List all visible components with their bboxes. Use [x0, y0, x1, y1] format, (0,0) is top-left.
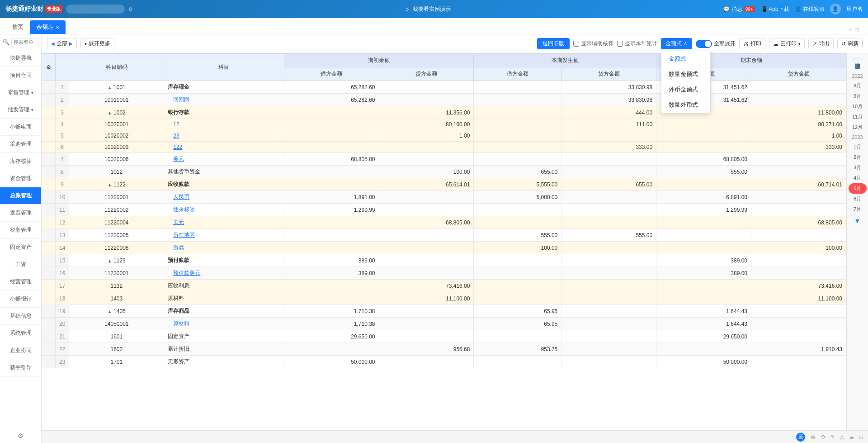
row-subject-cell[interactable]: 预付款美元	[164, 267, 284, 280]
username[interactable]: 用户名	[846, 5, 863, 13]
sidebar-item-retail[interactable]: 零售管理 ▾	[0, 84, 41, 101]
table-row[interactable]: 20 14050001 原材料 1,710.38 65.95 1,644.43	[42, 318, 846, 330]
table-row[interactable]: 1 ▲ 1001 库存现金 65,282.60 33,830.98 31,451…	[42, 81, 846, 94]
period-up-btn[interactable]: ▲	[854, 62, 862, 71]
row-subject-cell[interactable]: 12	[164, 119, 284, 130]
show-auxiliary-check[interactable]: 显示辅助核算	[573, 40, 613, 48]
sidebar-item-purchase[interactable]: 采购管理	[0, 136, 41, 153]
tab-balance[interactable]: 余额表 ✕	[30, 20, 66, 34]
row-subject-cell[interactable]: 23	[164, 130, 284, 142]
sidebar-item-ledger[interactable]: 总账管理	[0, 187, 41, 205]
table-row[interactable]: 22 1602 累计折旧 956.68 953.75 1,910.43	[42, 343, 846, 356]
sidebar-item-wholesale[interactable]: 批发管理 ▾	[0, 101, 41, 119]
dropdown-item-qty-foreign[interactable]: 数量外币式	[661, 97, 710, 113]
sidebar-item-ecommerce[interactable]: 小畅电商	[0, 119, 41, 136]
dropdown-item-foreign-amount[interactable]: 外币金额式	[661, 82, 710, 97]
period-10[interactable]: 10月	[849, 101, 867, 112]
row-subject-cell[interactable]: 往来标签	[164, 204, 284, 216]
status-square[interactable]: □	[859, 434, 863, 440]
row-subject-cell[interactable]: 美元	[164, 153, 284, 166]
table-row[interactable]: 23 1701 无形资产 50,000.00 50,000.00	[42, 356, 846, 368]
table-row[interactable]: 8 1012 其他货币资金 100.00 655.00 555.00	[42, 166, 846, 178]
period-5[interactable]: 5月	[849, 183, 867, 194]
col-settings[interactable]: ⚙	[42, 54, 56, 81]
period-2[interactable]: 2月	[849, 152, 867, 162]
period-12[interactable]: 12月	[849, 122, 867, 133]
table-row[interactable]: 9 ▲ 1122 应收账款 65,614.01 5,555.00 655.00 …	[42, 178, 846, 191]
show-yearly-check[interactable]: 显示本年累计	[617, 40, 657, 48]
export-btn[interactable]: ↗ 导出	[808, 38, 834, 49]
mode-btn[interactable]: 金额式 ∧	[661, 38, 692, 49]
table-wrapper[interactable]: ⚙ 科目编码 科目 期初余额	[42, 53, 846, 430]
sidebar-item-assets[interactable]: 固定资产	[0, 239, 41, 256]
table-row[interactable]: 21 1601 固定资产 29,650.00 29,650.00	[42, 330, 846, 343]
period-3[interactable]: 3月	[849, 162, 867, 173]
status-cloud[interactable]: ☁	[849, 434, 854, 440]
period-8[interactable]: 8月	[849, 81, 867, 91]
settings-icon[interactable]: ⚙	[128, 6, 133, 12]
row-subject-cell[interactable]: 回回回	[164, 94, 284, 106]
table-row[interactable]: 10 11220001 人民币 1,891.00 5,000.00 6,891.…	[42, 191, 846, 204]
table-row[interactable]: 4 10020001 12 80,160.00 111.00 80,271.00	[42, 119, 846, 130]
table-row[interactable]: 6 10020003 122 333.00 333.00	[42, 142, 846, 153]
tab-home[interactable]: 首页	[5, 20, 30, 34]
status-at[interactable]: 至	[796, 433, 805, 442]
row-subject-cell[interactable]: 游戏	[164, 242, 284, 254]
period-down-btn[interactable]: ▼	[854, 216, 862, 225]
all-filter[interactable]: ◀ 全部 ▶	[47, 38, 77, 49]
status-add[interactable]: ⊕	[821, 434, 825, 440]
sidebar-item-invoice[interactable]: 发票管理	[0, 205, 41, 222]
sidebar-item-expense[interactable]: 小畅报销	[0, 291, 41, 308]
table-row[interactable]: 12 11220004 美元 68,805.00 68,805.00	[42, 216, 846, 229]
row-subject-cell[interactable]: 122	[164, 142, 284, 153]
sidebar-item-tax[interactable]: 税务管理	[0, 222, 41, 239]
sidebar-item-base-info[interactable]: 基础信息	[0, 308, 41, 325]
sidebar-item-quick-nav[interactable]: 快捷导航	[0, 50, 41, 67]
status-edit[interactable]: ✎	[830, 434, 835, 440]
auxiliary-checkbox[interactable]	[573, 41, 579, 47]
row-subject-cell[interactable]: 所在地区	[164, 229, 284, 242]
table-row[interactable]: 19 ▲ 1405 库存商品 1,710.38 65.95 1,644.43	[42, 305, 846, 318]
print-btn[interactable]: 🖨 打印	[739, 38, 765, 49]
row-subject-cell[interactable]: 美元	[164, 216, 284, 229]
period-1[interactable]: 1月	[849, 142, 867, 152]
status-triangle[interactable]: △	[840, 434, 844, 440]
sidebar-item-project[interactable]: 项目合同	[0, 67, 41, 84]
row-subject-cell[interactable]: 原材料	[164, 318, 284, 330]
sidebar-item-payroll[interactable]: 工资	[0, 256, 41, 273]
sidebar-item-system[interactable]: 系统管理	[0, 325, 41, 342]
table-row[interactable]: 14 11220006 游戏 100.00 100.00	[42, 242, 846, 254]
top-search-input[interactable]	[66, 5, 125, 14]
sidebar-item-inventory[interactable]: 库存核算	[0, 153, 41, 170]
table-row[interactable]: 5 10020002 23 1.00 1.00	[42, 130, 846, 142]
sidebar-item-collab[interactable]: 企业协同	[0, 342, 41, 359]
yearly-checkbox[interactable]	[617, 41, 623, 47]
table-row[interactable]: 17 1132 应收利息 73,416.00 73,416.00	[42, 280, 846, 292]
refresh-btn[interactable]: ↺ 刷新	[837, 38, 863, 49]
period-4[interactable]: 4月	[849, 173, 867, 183]
demo-link[interactable]: 我要看实例演示	[413, 5, 451, 13]
period-7[interactable]: 7月	[849, 204, 867, 214]
table-row[interactable]: 13 11220005 所在地区 555.00 555.00	[42, 229, 846, 242]
sidebar-item-capital[interactable]: 资金管理	[0, 170, 41, 187]
table-row[interactable]: 15 ▲ 1123 预付账款 389.00 389.00	[42, 254, 846, 267]
table-row[interactable]: 16 11230001 预付款美元 389.00 389.00	[42, 267, 846, 280]
table-row[interactable]: 18 1403 原材料 11,100.00 11,100.00	[42, 292, 846, 305]
row-subject-cell[interactable]: 人民币	[164, 191, 284, 204]
message-icon[interactable]: 💬 消息99+	[723, 5, 755, 13]
table-row[interactable]: 2 10010001 回回回 65,282.60 33,830.98 31,45…	[42, 94, 846, 106]
sidebar-item-guide[interactable]: 新手引导	[0, 359, 41, 376]
minimize-icon[interactable]: －	[847, 26, 854, 34]
period-11[interactable]: 11月	[849, 112, 867, 122]
maximize-icon[interactable]: □	[855, 26, 859, 33]
period-6[interactable]: 6月	[849, 194, 867, 204]
app-download-btn[interactable]: 📱 App下载	[761, 5, 789, 13]
sidebar-search-input[interactable]	[11, 38, 38, 46]
period-9[interactable]: 9月	[849, 91, 867, 101]
table-row[interactable]: 11 11220002 往来标签 1,299.99 1,299.99	[42, 204, 846, 216]
tab-close-icon[interactable]: ✕	[56, 25, 59, 30]
cloud-print-btn[interactable]: ☁ 云打印 ▾	[769, 38, 805, 49]
dropdown-item-amount[interactable]: 金额式	[661, 51, 710, 67]
table-row[interactable]: 7 10020006 美元 68,805.00 68,805.00	[42, 153, 846, 166]
expand-all-toggle[interactable]: 全部展开	[696, 40, 736, 48]
